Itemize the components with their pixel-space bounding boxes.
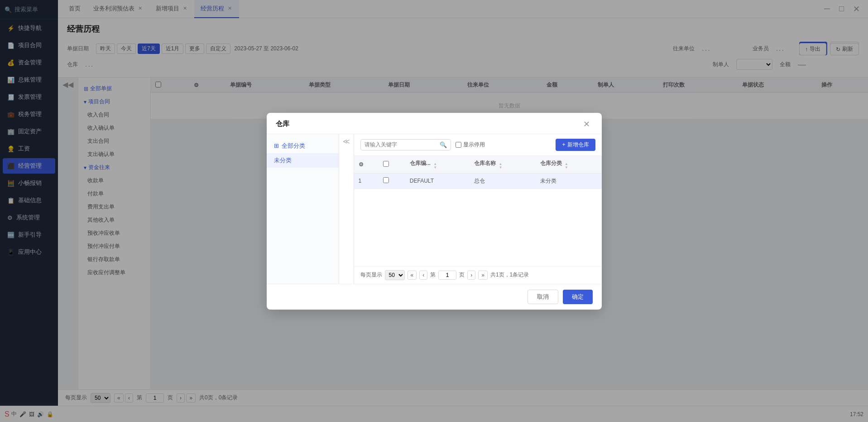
- modal-header: 仓库 ✕: [267, 113, 602, 134]
- modal-collapse-button[interactable]: ≪: [339, 134, 354, 284]
- modal-search-box[interactable]: 🔍: [360, 139, 451, 150]
- settings-icon-table[interactable]: ⚙: [359, 161, 364, 168]
- name-sort[interactable]: ▲▼: [499, 162, 502, 170]
- per-page-label: 每页显示: [360, 271, 382, 279]
- modal-unclassified-label: 未分类: [274, 156, 292, 165]
- modal-prev-page[interactable]: ‹: [419, 271, 427, 280]
- add-warehouse-button[interactable]: + 新增仓库: [556, 139, 595, 151]
- show-disabled-checkbox[interactable]: [456, 142, 461, 148]
- collapse-arrow-icon: ≪: [343, 137, 350, 146]
- modal-td-checkbox[interactable]: [379, 173, 405, 189]
- modal-table-area: ⚙ 仓库编... ▲▼ 仓库名称 ▲▼ 仓库分类: [354, 156, 602, 266]
- modal-all-label: 全部分类: [282, 142, 305, 150]
- modal-toolbar: 🔍 显示停用 + 新增仓库: [354, 134, 602, 156]
- modal-table: ⚙ 仓库编... ▲▼ 仓库名称 ▲▼ 仓库分类: [354, 156, 602, 189]
- show-disabled-text: 显示停用: [463, 141, 485, 149]
- modal-footer: 取消 确定: [267, 284, 602, 310]
- search-icon-modal: 🔍: [440, 141, 447, 148]
- grid-icon-modal: ⊞: [274, 142, 279, 149]
- row-checkbox[interactable]: [383, 177, 389, 183]
- modal-last-page[interactable]: »: [478, 271, 488, 280]
- add-warehouse-label: 新增仓库: [567, 141, 589, 149]
- modal-td-name: 总仓: [470, 173, 536, 189]
- confirm-button[interactable]: 确定: [563, 290, 593, 304]
- modal-table-row[interactable]: 1 DEFAULT 总仓 未分类: [354, 173, 602, 189]
- category-sort[interactable]: ▲▼: [565, 162, 568, 170]
- modal-select-all[interactable]: [383, 161, 389, 167]
- cancel-button[interactable]: 取消: [528, 290, 558, 304]
- modal-sidebar: ⊞ 全部分类 未分类: [267, 134, 339, 284]
- code-sort[interactable]: ▲▼: [433, 162, 437, 170]
- modal-total-text: 共1页，1条记录: [490, 271, 529, 279]
- modal-td-num: 1: [354, 173, 379, 189]
- modal-th-name[interactable]: 仓库名称 ▲▼: [470, 156, 536, 174]
- modal-all-category[interactable]: ⊞ 全部分类: [267, 139, 339, 153]
- modal-main: 🔍 显示停用 + 新增仓库 ⚙: [354, 134, 602, 284]
- modal-page-suffix: 页: [459, 271, 465, 279]
- modal-table-header: ⚙ 仓库编... ▲▼ 仓库名称 ▲▼ 仓库分类: [354, 156, 602, 174]
- modal-body: ⊞ 全部分类 未分类 ≪ 🔍 显示停用 +: [267, 134, 602, 284]
- modal-pagination: 每页显示 50 « ‹ 第 页 › » 共1页，1条记录: [354, 266, 602, 284]
- modal-per-page-select[interactable]: 50: [385, 270, 405, 280]
- modal-th-category[interactable]: 仓库分类 ▲▼: [536, 156, 602, 174]
- add-icon: +: [562, 141, 565, 148]
- modal-close-button[interactable]: ✕: [580, 119, 593, 129]
- modal-td-code: DEFAULT: [405, 173, 470, 189]
- modal-th-settings[interactable]: ⚙: [354, 156, 379, 174]
- modal-page-label: 第: [430, 271, 436, 279]
- modal-search-input[interactable]: [364, 141, 437, 148]
- modal-td-category: 未分类: [536, 173, 602, 189]
- modal-page-input[interactable]: [438, 271, 456, 280]
- modal-th-code[interactable]: 仓库编... ▲▼: [405, 156, 470, 174]
- modal-th-checkbox[interactable]: [379, 156, 405, 174]
- show-disabled-label[interactable]: 显示停用: [456, 141, 485, 149]
- modal-title: 仓库: [276, 120, 289, 128]
- modal-unclassified[interactable]: 未分类: [267, 153, 339, 168]
- modal-next-page[interactable]: ›: [467, 271, 475, 280]
- modal-first-page[interactable]: «: [408, 271, 417, 280]
- warehouse-modal: 仓库 ✕ ⊞ 全部分类 未分类 ≪ 🔍: [267, 113, 602, 310]
